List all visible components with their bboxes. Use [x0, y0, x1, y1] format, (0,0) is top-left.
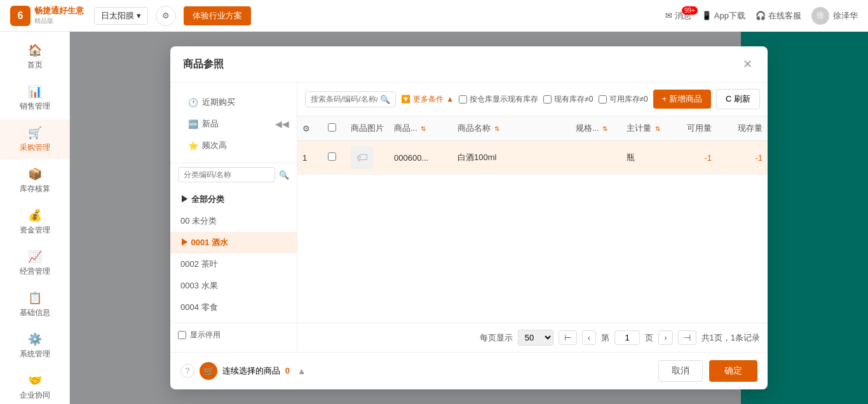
app-download-button[interactable]: 📱 App下载: [702, 10, 745, 22]
sidebar-item-collab[interactable]: 🤝 企业协同: [0, 367, 69, 404]
online-service-label: 在线客服: [768, 10, 801, 22]
code-sort-icon[interactable]: ⇅: [421, 125, 426, 132]
category-liquor-item[interactable]: ▶ 0001 酒水: [170, 232, 297, 253]
category-list: ▶ 全部分类 00 未分类 ▶ 0001 酒水 0002 茶叶 0003 水果 …: [170, 186, 297, 323]
sidebar-item-home[interactable]: 🏠 首页: [0, 37, 69, 77]
sidebar-label-basics: 基础信息: [20, 307, 50, 318]
available-stock-checkbox[interactable]: [599, 95, 607, 104]
nonzero-stock-label: 现有库存≠0: [554, 94, 593, 105]
frequent-item[interactable]: ⭐ 频次高: [178, 135, 245, 156]
sidebar-item-management[interactable]: 📈 经营管理: [0, 243, 69, 283]
sidebar-item-system[interactable]: ⚙️ 系统管理: [0, 326, 69, 366]
col-name-header[interactable]: 商品名称 ⇅: [452, 116, 571, 141]
sidebar-item-sales[interactable]: 📊 销售管理: [0, 78, 69, 118]
next-page-button[interactable]: ›: [658, 330, 672, 345]
all-category-item[interactable]: ▶ 全部分类: [170, 189, 297, 210]
left-panel-header: 🕐 近期购买 🆕 新品 ⭐ 频次高: [170, 88, 297, 160]
category-snack-item[interactable]: 0004 零食: [170, 297, 297, 318]
category-search-icon[interactable]: 🔍: [279, 170, 289, 180]
page-size-select[interactable]: 50 10 20 100: [518, 330, 553, 346]
category-search-row: 🔍: [170, 163, 297, 186]
new-products-item[interactable]: 🆕 新品: [178, 113, 245, 135]
product-table: ⚙ 商品图片 商品... ⇅ 商品名称: [297, 116, 768, 175]
modal-overlay: 商品参照 ✕ 🕐 近期购买: [70, 32, 868, 404]
category-search-input[interactable]: [178, 167, 275, 182]
system-icon: ⚙️: [28, 332, 42, 346]
page-size-label: 每页显示: [480, 332, 513, 344]
col-settings[interactable]: ⚙: [297, 116, 323, 141]
category-fruit-item[interactable]: 0003 水果: [170, 275, 297, 297]
collapse-button[interactable]: ◀◀: [275, 119, 289, 129]
col-unit-header[interactable]: 主计量 ⇅: [621, 116, 666, 141]
nav-selector[interactable]: 日太阳膜 ▾: [94, 7, 148, 25]
warehouse-stock-checkbox[interactable]: [459, 95, 467, 104]
col-spec-header[interactable]: 规格... ⇅: [571, 116, 621, 141]
star-icon: ⭐: [188, 141, 198, 151]
confirm-button[interactable]: 确定: [709, 360, 757, 382]
edition-badge: 精品版: [34, 17, 84, 25]
sidebar-item-purchase[interactable]: 🛒 采购管理: [0, 119, 69, 159]
left-panel: 🕐 近期购买 🆕 新品 ⭐ 频次高: [170, 83, 297, 352]
name-sort-icon[interactable]: ⇅: [494, 125, 499, 132]
refresh-button[interactable]: C 刷新: [716, 89, 760, 109]
row-checkbox-cell[interactable]: [323, 141, 346, 175]
user-menu[interactable]: 徐 徐泽华: [811, 7, 858, 25]
clock-icon: 🕐: [188, 98, 198, 107]
row-code: 000600...: [389, 141, 452, 175]
cart-icon: 🛒: [200, 362, 217, 380]
help-button[interactable]: ?: [180, 364, 194, 378]
current-page-input[interactable]: [614, 330, 640, 345]
category-drink-item[interactable]: 0005 饮料: [170, 318, 297, 323]
more-filter-button[interactable]: 🔽 更多条件 ▲: [401, 94, 454, 105]
table-row[interactable]: 1 🏷 000600... 白酒100ml 瓶: [297, 141, 768, 175]
col-code-header[interactable]: 商品... ⇅: [389, 116, 452, 141]
product-search-input[interactable]: [311, 95, 377, 104]
footer-left: ? 🛒 连续选择的商品 0 ▲: [180, 362, 306, 380]
chevron-down-icon: ▾: [137, 11, 141, 20]
logo-area: 6 畅捷通好生意 精品版: [10, 6, 86, 26]
sidebar-label-inventory: 库存核算: [20, 184, 50, 194]
sidebar-item-inventory[interactable]: 📦 库存核算: [0, 161, 69, 201]
cancel-button[interactable]: 取消: [658, 360, 703, 382]
message-button[interactable]: ✉ 消息 99+: [665, 10, 691, 22]
modal-close-button[interactable]: ✕: [740, 57, 755, 72]
sidebar-label-management: 经营管理: [20, 266, 50, 277]
sidebar-item-basics[interactable]: 📋 基础信息: [0, 285, 69, 325]
modal-header: 商品参照 ✕: [170, 46, 768, 83]
management-icon: 📈: [28, 250, 42, 264]
trial-button[interactable]: 体验行业方案: [184, 6, 251, 25]
nonzero-stock-checkbox-label[interactable]: 现有库存≠0: [543, 94, 593, 105]
category-tea-item[interactable]: 0002 茶叶: [170, 253, 297, 275]
main-layout: 🏠 首页 📊 销售管理 🛒 采购管理 📦 库存核算 💰 资金管理 📈 经营管理 …: [0, 32, 868, 404]
select-all-checkbox[interactable]: [328, 123, 336, 131]
row-available: -1: [666, 141, 717, 175]
recent-purchase-item[interactable]: 🕐 近期购买: [178, 91, 245, 113]
show-disabled-checkbox[interactable]: [178, 331, 186, 339]
spec-sort-icon[interactable]: ⇅: [602, 125, 607, 132]
prev-page-button[interactable]: ‹: [582, 330, 596, 345]
last-page-button[interactable]: ⊣: [678, 330, 696, 345]
search-icon: 🔍: [380, 95, 390, 104]
row-checkbox[interactable]: [328, 152, 336, 161]
warehouse-stock-checkbox-label[interactable]: 按仓库显示现有库存: [459, 94, 538, 105]
row-name: 白酒100ml: [452, 141, 571, 175]
app-download-label: App下载: [714, 10, 745, 22]
unit-sort-icon[interactable]: ⇅: [655, 125, 660, 132]
online-service-button[interactable]: 🎧 在线客服: [756, 10, 801, 22]
sidebar-item-finance[interactable]: 💰 资金管理: [0, 202, 69, 242]
first-page-button[interactable]: ⊢: [559, 330, 577, 345]
footer-collapse-button[interactable]: ▲: [297, 366, 306, 376]
add-product-button[interactable]: + 新增商品: [653, 90, 711, 109]
gear-button[interactable]: ⚙: [156, 6, 176, 26]
modal-footer: ? 🛒 连续选择的商品 0 ▲ 取消 确定: [170, 352, 768, 389]
new-icon: 🆕: [188, 119, 198, 129]
footer-right: 取消 确定: [658, 360, 757, 382]
uncategorized-item[interactable]: 00 未分类: [170, 210, 297, 232]
purchase-icon: 🛒: [28, 126, 42, 140]
filter-label: 更多条件: [413, 94, 444, 105]
product-search-box[interactable]: 🔍: [305, 91, 396, 107]
available-stock-checkbox-label[interactable]: 可用库存≠0: [599, 94, 648, 105]
nonzero-stock-checkbox[interactable]: [543, 95, 552, 104]
logo-icon: 6: [10, 6, 31, 26]
frequent-label: 频次高: [202, 140, 227, 151]
